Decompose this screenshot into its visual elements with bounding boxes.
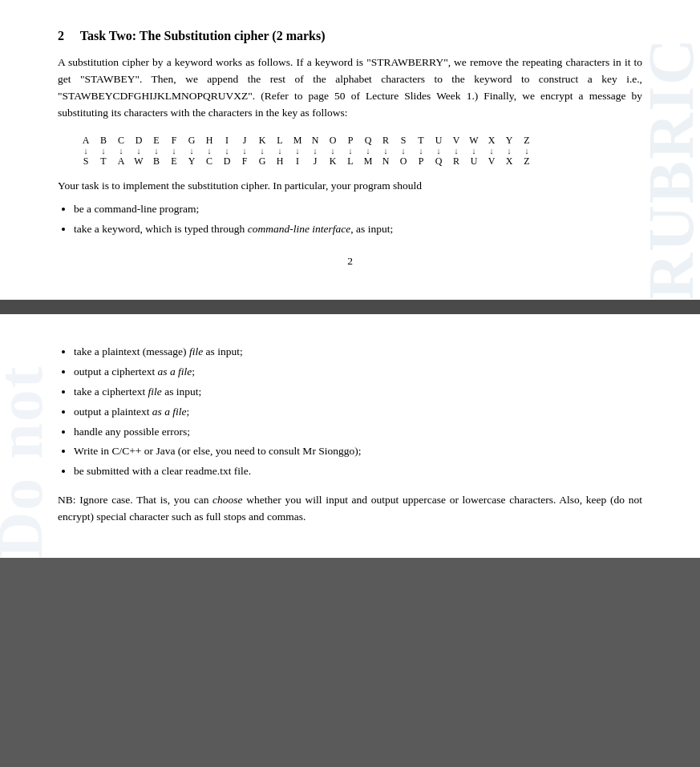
watermark-top: RUBRIC bbox=[635, 0, 700, 300]
bullet-item-language: Write in C/C++ or Java (or else, you nee… bbox=[74, 442, 642, 461]
arrow: ↓ bbox=[236, 147, 253, 155]
arrow: ↓ bbox=[183, 147, 200, 155]
arrow: ↓ bbox=[306, 147, 324, 155]
cipher-cell: B bbox=[148, 155, 165, 168]
arrow: ↓ bbox=[200, 147, 218, 155]
cipher-cell: P bbox=[412, 155, 430, 168]
bottom-bullet-list: take a plaintext (message) file as input… bbox=[74, 343, 642, 482]
cipher-cell: I bbox=[218, 135, 236, 147]
arrow: ↓ bbox=[500, 147, 518, 155]
cipher-cell: P bbox=[342, 135, 359, 147]
cipher-cell: S bbox=[395, 135, 412, 147]
top-bullet-list: be a command-line program; take a keywor… bbox=[74, 200, 642, 239]
cipher-cell: O bbox=[324, 135, 342, 147]
nb-paragraph: NB: Ignore case. That is, you can choose… bbox=[58, 492, 642, 526]
arrow: ↓ bbox=[77, 147, 95, 155]
cipher-cell: Y bbox=[500, 135, 518, 147]
cipher-cell: K bbox=[324, 155, 342, 168]
bullet-item-ciphertext-out: output a ciphertext as a file; bbox=[74, 363, 642, 381]
cipher-cell: L bbox=[271, 135, 289, 147]
cipher-cell: R bbox=[377, 135, 395, 147]
arrow: ↓ bbox=[483, 147, 500, 155]
cipher-cell: V bbox=[447, 135, 465, 147]
arrow: ↓ bbox=[447, 147, 465, 155]
bullet-item-errors: handle any possible errors; bbox=[74, 423, 642, 442]
arrow: ↓ bbox=[359, 147, 377, 155]
page-number: 2 bbox=[58, 255, 642, 268]
cipher-cell: D bbox=[130, 135, 148, 147]
cipher-top-row: A B C D E F G H I J K L M N O P Q R S T … bbox=[77, 135, 642, 147]
cipher-cell: U bbox=[430, 135, 447, 147]
arrow: ↓ bbox=[253, 147, 271, 155]
arrow: ↓ bbox=[271, 147, 289, 155]
cipher-cell: L bbox=[342, 155, 359, 168]
cipher-cell: B bbox=[95, 135, 112, 147]
arrow: ↓ bbox=[518, 147, 536, 155]
bullet-item-plaintext-in: take a plaintext (message) file as input… bbox=[74, 343, 642, 361]
arrow: ↓ bbox=[377, 147, 395, 155]
cipher-cell: R bbox=[447, 155, 465, 168]
cipher-cell: F bbox=[165, 135, 183, 147]
cipher-cell: I bbox=[289, 155, 306, 168]
arrow: ↓ bbox=[412, 147, 430, 155]
task-intro: Your task is to implement the substituti… bbox=[58, 180, 642, 192]
cipher-arrows-row: ↓ ↓ ↓ ↓ ↓ ↓ ↓ ↓ ↓ ↓ ↓ ↓ ↓ ↓ ↓ ↓ ↓ ↓ ↓ ↓ … bbox=[77, 147, 642, 155]
arrow: ↓ bbox=[130, 147, 148, 155]
cipher-cell: D bbox=[218, 155, 236, 168]
page-divider bbox=[0, 300, 700, 314]
cipher-cell: C bbox=[200, 155, 218, 168]
cipher-cell: E bbox=[165, 155, 183, 168]
cipher-bottom-row: S T A W B E Y C D F G H I J K L M N O P … bbox=[77, 155, 642, 168]
cipher-cell: J bbox=[236, 135, 253, 147]
cipher-cell: A bbox=[112, 155, 130, 168]
cipher-cell: N bbox=[306, 135, 324, 147]
cipher-cell: E bbox=[148, 135, 165, 147]
cipher-cell: Y bbox=[183, 155, 200, 168]
arrow: ↓ bbox=[465, 147, 483, 155]
cipher-cell: T bbox=[95, 155, 112, 168]
cipher-cell: G bbox=[253, 155, 271, 168]
page-bottom: Do not take a plaintext (message) file a… bbox=[0, 314, 700, 558]
arrow: ↓ bbox=[395, 147, 412, 155]
cipher-cell: S bbox=[77, 155, 95, 168]
cipher-cell: Q bbox=[359, 135, 377, 147]
bullet-item-readme: be submitted with a clear readme.txt fil… bbox=[74, 462, 642, 481]
cipher-cell: Q bbox=[430, 155, 447, 168]
arrow: ↓ bbox=[289, 147, 306, 155]
arrow: ↓ bbox=[148, 147, 165, 155]
cipher-cell: K bbox=[253, 135, 271, 147]
cipher-cell: W bbox=[465, 135, 483, 147]
cipher-cell: X bbox=[483, 135, 500, 147]
cipher-cell: Z bbox=[518, 155, 536, 168]
cipher-cell: J bbox=[306, 155, 324, 168]
arrow: ↓ bbox=[218, 147, 236, 155]
cipher-table: A B C D E F G H I J K L M N O P Q R S T … bbox=[77, 135, 642, 168]
section-title: Task Two: The Substitution cipher (2 mar… bbox=[80, 29, 326, 42]
bullet-item-ciphertext-in: take a ciphertext file as input; bbox=[74, 383, 642, 402]
arrow: ↓ bbox=[95, 147, 112, 155]
cipher-cell: C bbox=[112, 135, 130, 147]
cipher-cell: T bbox=[412, 135, 430, 147]
cipher-cell: N bbox=[377, 155, 395, 168]
cipher-cell: Z bbox=[518, 135, 536, 147]
arrow: ↓ bbox=[430, 147, 447, 155]
watermark-bottom: Do not bbox=[0, 314, 57, 558]
cipher-cell: O bbox=[395, 155, 412, 168]
cipher-cell: U bbox=[465, 155, 483, 168]
cipher-cell: X bbox=[500, 155, 518, 168]
cipher-cell: G bbox=[183, 135, 200, 147]
cipher-cell: H bbox=[271, 155, 289, 168]
bullet-item-plaintext-out: output a plaintext as a file; bbox=[74, 403, 642, 422]
section-heading: 2 Task Two: The Substitution cipher (2 m… bbox=[58, 29, 642, 43]
arrow: ↓ bbox=[165, 147, 183, 155]
bullet-item-1: be a command-line program; bbox=[74, 200, 642, 219]
cipher-cell: A bbox=[77, 135, 95, 147]
cipher-cell: W bbox=[130, 155, 148, 168]
section-number: 2 bbox=[58, 29, 64, 42]
cipher-cell: H bbox=[200, 135, 218, 147]
intro-paragraph: A substitution cipher by a keyword works… bbox=[58, 54, 642, 122]
arrow: ↓ bbox=[112, 147, 130, 155]
cipher-cell: M bbox=[359, 155, 377, 168]
page-top: RUBRIC 2 Task Two: The Substitution ciph… bbox=[0, 0, 700, 300]
arrow: ↓ bbox=[324, 147, 342, 155]
